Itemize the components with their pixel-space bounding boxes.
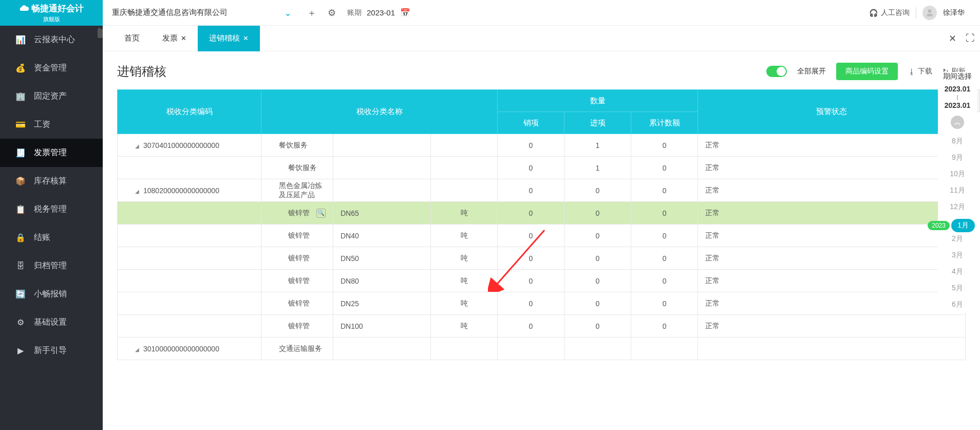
sidebar-item-0[interactable]: 📊云报表中心 (0, 26, 103, 54)
cell-name: 餐饮服务 (261, 134, 333, 157)
tab-2[interactable]: 进销稽核✕ (198, 26, 260, 51)
close-icon[interactable]: ✕ (181, 34, 186, 42)
sidebar-item-label: 结账 (34, 232, 50, 243)
table-row[interactable]: 镀锌管DN50吨000正常 (118, 247, 966, 270)
cell-code: ◢3010000000000000000 (118, 338, 261, 360)
table-row[interactable]: ◢3010000000000000000交通运输服务 (118, 338, 966, 360)
cell-name: 镀锌管 (261, 225, 333, 247)
table-row[interactable]: 镀锌管DN100吨000正常 (118, 315, 966, 338)
sidebar-item-label: 库存核算 (34, 176, 67, 186)
support-label: 人工咨询 (881, 8, 910, 17)
expand-all-toggle[interactable] (766, 66, 787, 77)
collapse-icon[interactable]: ◢ (135, 347, 140, 352)
cell-spec: DN25 (333, 292, 431, 315)
avatar[interactable] (922, 6, 937, 20)
sidebar-item-1[interactable]: 💰资金管理 (0, 54, 103, 82)
cell-name: 黑色金属冶炼及压延产品 (261, 179, 333, 202)
period-month[interactable]: 12月 (938, 199, 977, 215)
logo-area: 畅捷通好会计 旗舰版 (0, 0, 103, 26)
sidebar-item-3[interactable]: 💳工资 (0, 110, 103, 139)
support-link[interactable]: 🎧 人工咨询 (869, 8, 910, 17)
cell-in: 0 (564, 179, 631, 202)
sidebar-icon: 🔄 (15, 289, 26, 299)
cell-cum: 0 (631, 247, 698, 270)
period-month[interactable]: 20231月 (938, 215, 977, 231)
cell-in (564, 338, 631, 360)
period-label: 账期 (347, 8, 362, 17)
sidebar-icon: 📋 (15, 204, 26, 214)
sidebar-item-2[interactable]: 🏢固定资产 (0, 82, 103, 110)
sidebar-item-4[interactable]: 🧾发票管理 (0, 139, 103, 167)
cell-unit: 吨 (431, 225, 498, 247)
close-icon[interactable]: ✕ (243, 34, 249, 42)
search-icon[interactable]: 🔍 (316, 209, 326, 218)
cell-spec: DN65 (333, 202, 431, 225)
cell-out: 0 (498, 315, 564, 338)
period-month[interactable]: 8月 (938, 133, 977, 149)
cell-status (698, 338, 966, 360)
download-button[interactable]: ⭳ 下载 (908, 67, 932, 76)
gear-icon[interactable]: ⚙ (328, 7, 336, 18)
sidebar-item-9[interactable]: 🔄小畅报销 (0, 280, 103, 308)
sidebar-scrollbar[interactable] (98, 29, 103, 38)
th-out: 销项 (498, 112, 564, 134)
collapse-icon[interactable]: ◢ (135, 143, 140, 149)
download-icon: ⭳ (908, 67, 915, 76)
period-month[interactable]: 2月 (938, 231, 977, 247)
table-row[interactable]: 镀锌管🔍DN65吨000正常 (118, 202, 966, 225)
period-panel: 期间选择 2023.01 | 2023.01 ︽ 8月9月10月11月12月20… (938, 72, 977, 313)
cell-status: 正常 (698, 292, 966, 315)
cell-status: 正常 (698, 247, 966, 270)
table-row[interactable]: ◢3070401000000000000餐饮服务010正常 (118, 134, 966, 157)
company-name: 重庆畅捷通交通信息咨询有限公司 (112, 8, 228, 17)
table-row[interactable]: ◢1080200000000000000黑色金属冶炼及压延产品000正常 (118, 179, 966, 202)
company-selector[interactable]: 重庆畅捷通交通信息咨询有限公司 ⌄ (112, 7, 292, 18)
period-month[interactable]: 3月 (938, 247, 977, 264)
cell-status: 正常 (698, 202, 966, 225)
cell-in: 1 (564, 157, 631, 179)
period-month[interactable]: 9月 (938, 149, 977, 166)
table-row[interactable]: 镀锌管DN25吨000正常 (118, 292, 966, 315)
cell-cum (631, 338, 698, 360)
sidebar-item-5[interactable]: 📦库存核算 (0, 167, 103, 195)
sidebar-icon: ⚙ (15, 317, 26, 327)
cell-cum: 0 (631, 134, 698, 157)
period-month[interactable]: 5月 (938, 280, 977, 296)
period-month[interactable]: 4月 (938, 264, 977, 280)
period-month[interactable]: 11月 (938, 182, 977, 199)
period-scroll-up[interactable]: ︽ (951, 116, 964, 129)
close-all-tabs-icon[interactable]: ✕ (949, 33, 956, 44)
period-month[interactable]: 10月 (938, 166, 977, 182)
sidebar-icon: 🗄 (15, 261, 26, 271)
add-icon[interactable]: ＋ (307, 7, 316, 19)
th-in: 进项 (564, 112, 631, 134)
cell-code (118, 225, 261, 247)
sidebar-item-label: 固定资产 (34, 91, 67, 102)
table-row[interactable]: 镀锌管DN80吨000正常 (118, 270, 966, 292)
collapse-icon[interactable]: ◢ (135, 189, 140, 194)
sidebar-item-label: 归档管理 (34, 260, 67, 271)
cell-in: 0 (564, 292, 631, 315)
sidebar-item-label: 新手引导 (34, 345, 67, 356)
sidebar-item-6[interactable]: 📋税务管理 (0, 195, 103, 223)
sidebar-item-11[interactable]: ▶新手引导 (0, 336, 103, 365)
cell-status: 正常 (698, 270, 966, 292)
cell-out: 0 (498, 179, 564, 202)
sidebar-item-10[interactable]: ⚙基础设置 (0, 308, 103, 336)
table-row[interactable]: 餐饮服务010正常 (118, 157, 966, 179)
sidebar-item-label: 资金管理 (34, 63, 67, 73)
tab-label: 发票 (162, 33, 178, 43)
table-row[interactable]: 镀锌管DN40吨000正常 (118, 225, 966, 247)
fullscreen-icon[interactable]: ⛶ (966, 33, 975, 44)
sidebar-item-7[interactable]: 🔒结账 (0, 223, 103, 252)
product-code-settings-button[interactable]: 商品编码设置 (836, 63, 898, 80)
tab-1[interactable]: 发票✕ (151, 26, 198, 51)
cell-in: 0 (564, 247, 631, 270)
sidebar-item-8[interactable]: 🗄归档管理 (0, 252, 103, 280)
tab-0[interactable]: 首页 (113, 26, 151, 51)
cell-code (118, 270, 261, 292)
period-to: 2023.01 (938, 101, 977, 110)
cell-code (118, 247, 261, 270)
period-month[interactable]: 6月 (938, 296, 977, 313)
calendar-icon[interactable]: 📅 (400, 8, 410, 17)
